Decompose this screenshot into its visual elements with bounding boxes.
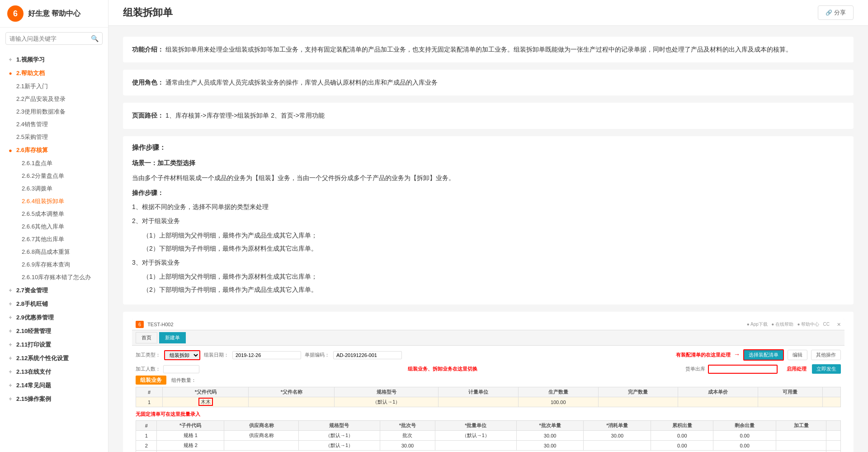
sidebar-item-sales[interactable]: 2.4销售管理 — [0, 118, 108, 131]
annotation2-row: 加工人数： 组装业务、拆卸业务在这里切换 货单出库 — [136, 364, 841, 374]
screen-tab-home[interactable]: 首页 — [136, 332, 157, 343]
sidebar-item-help-docs[interactable]: ● 2.帮助文档 — [0, 67, 108, 80]
expand-icon: + — [7, 57, 14, 63]
sidebar-item-payment[interactable]: + 2.13在线支付 — [0, 365, 108, 379]
sidebar-item-faq[interactable]: + 2.14常见问题 — [0, 379, 108, 392]
child-table-body: 1 规格 1 供应商名称 （默认→1） 批次 （默认→1） 30.00 30.0… — [136, 431, 841, 452]
sidebar-item-inventory[interactable]: ● 2.6库存核算 — [0, 143, 108, 157]
sidebar-item-coupon[interactable]: + 2.9优惠券管理 — [0, 311, 108, 324]
col-child-actions — [826, 421, 841, 431]
sidebar-item-partial-check[interactable]: 2.6.2分量盘点单 — [0, 170, 108, 182]
sidebar-item-print[interactable]: + 2.11打印设置 — [0, 338, 108, 352]
cell-batch-unit-2 — [435, 441, 516, 451]
cell-supplier-2 — [224, 441, 299, 451]
cell-batch-unit-1: （默认→1） — [435, 431, 516, 441]
cell-complete-qty — [598, 397, 678, 407]
col-batch-no: *批次号 — [380, 421, 435, 431]
ops-steps-label: 操作步骤： — [132, 189, 164, 196]
sidebar-item-cost-recalc[interactable]: 2.6.8商品成本重算 — [0, 246, 108, 258]
count-label: 组件数量： — [171, 377, 196, 383]
search-input[interactable] — [9, 35, 91, 42]
screen-titlebar: 6 TEST-H002 ● App下载 ● 在线帮助 ● 帮助中心 CC ✕ — [132, 319, 844, 330]
col-prod-qty: 生产数量 — [518, 387, 598, 397]
screen-type-select[interactable]: 组装拆卸 — [164, 350, 200, 360]
cell-cum-out-2: 0.00 — [651, 441, 713, 451]
screen-edit-btn[interactable]: 编辑 — [788, 350, 807, 360]
screen-code-label: 单据编码： — [305, 352, 330, 358]
select-bom-button[interactable]: 选择装配清单 — [743, 349, 784, 361]
expand-finance-icon: + — [7, 287, 14, 294]
sidebar-item-inventory-check[interactable]: 2.6.1盘点单 — [0, 157, 108, 170]
sidebar-item-mobile[interactable]: + 2.8手机旺铺 — [0, 297, 108, 311]
warehouse-wrapper: 货单出库 — [685, 365, 778, 374]
intro-label: 功能介绍： — [132, 46, 164, 53]
sidebar-item-stock-error[interactable]: 2.6.10库存账本错了怎么办 — [0, 271, 108, 284]
screen-warehouse-input[interactable] — [708, 365, 778, 374]
screen-save-btn[interactable]: 其他操作 — [811, 350, 841, 360]
sidebar-item-ops-mgmt[interactable]: + 2.10经营管理 — [0, 324, 108, 338]
cell-consume-qty-2 — [584, 441, 651, 451]
sidebar-item-stock-book[interactable]: 2.6.9库存账本查询 — [0, 258, 108, 271]
screen-type-label: 加工类型： — [136, 352, 160, 358]
col-idx: # — [136, 421, 157, 431]
parent-table-header: # *父件代码 *父件名称 规格型号 计量单位 生产数量 完产数量 成本单价 可… — [136, 387, 841, 397]
cell-child-actions-2 — [826, 441, 841, 451]
sidebar-item-beginner[interactable]: 2.1新手入门 — [0, 80, 108, 93]
cell-batch-qty-1: 30.00 — [516, 431, 584, 441]
share-icon: 🔗 — [826, 10, 832, 16]
role-block: 使用角色： 通常由生产人员或库管人员完成拆装业务的操作，库管人员确认原材料的出库… — [123, 70, 854, 95]
expand-coupon-icon: + — [7, 314, 14, 321]
sidebar-item-data-prep[interactable]: 2.3使用前数据准备 — [0, 105, 108, 118]
screen-tab-new[interactable]: 新建单 — [159, 332, 186, 343]
cell-batch-no-2: 30.00 — [380, 441, 435, 451]
sidebar-item-other-inbound[interactable]: 2.6.6其他入库单 — [0, 220, 108, 233]
cell-process-qty-1 — [776, 431, 826, 441]
annotation3-label: 启用处理 — [787, 366, 807, 371]
cell-child-spec-2: （默认→1） — [299, 441, 380, 451]
screen-title: TEST-H002 — [147, 322, 173, 327]
cell-remain-out-2: 0.00 — [713, 441, 776, 451]
screen-code-input[interactable] — [333, 351, 402, 359]
sidebar-item-other-outbound[interactable]: 2.6.7其他出库单 — [0, 233, 108, 246]
col-unit: 计量单位 — [439, 387, 519, 397]
cell-batch-qty-2: 30.00 — [516, 441, 584, 451]
col-process-qty: 加工量 — [776, 421, 826, 431]
sidebar: 6 好生意 帮助中心 🔍 + 1.视频学习 ● 2.帮助文档 2.1新手入门 2… — [0, 0, 108, 452]
annotation4-wrapper: 无固定清单可在这里批量录入 — [136, 411, 841, 418]
sidebar-item-video[interactable]: + 1.视频学习 — [0, 53, 108, 67]
cell-unit — [439, 397, 519, 407]
table-row: 1 规格 1 供应商名称 （默认→1） 批次 （默认→1） 30.00 30.0… — [136, 431, 841, 441]
screen-people-input[interactable] — [163, 365, 199, 373]
cell-row-num: 1 — [136, 397, 163, 407]
col-child-code: *子件代码 — [157, 421, 224, 431]
step3-sub1: （1）上部明细为父件明细，最终作为原材料生成其它出库单； — [143, 271, 844, 282]
step2-sub2: （2）下部明细为子件明细，最终作为原材料生成其它出库单。 — [143, 243, 844, 254]
screen-navbar: 首页 新建单 — [132, 330, 844, 346]
share-button[interactable]: 🔗 分享 — [818, 5, 854, 20]
page-title: 组装拆卸单 — [123, 6, 173, 19]
screen-confirm-btn[interactable]: 立即发生 — [812, 364, 841, 374]
child-table: # *子件代码 供应商名称 规格型号 *批次号 *批量单位 *批次单量 *消耗单… — [136, 420, 841, 452]
cell-cum-out-1: 0.00 — [651, 431, 713, 441]
sidebar-item-cost-adjust[interactable]: 2.6.5成本调整单 — [0, 208, 108, 220]
search-icon[interactable]: 🔍 — [91, 35, 99, 42]
sidebar-item-transfer[interactable]: 2.6.3调拨单 — [0, 182, 108, 195]
screen-date-input[interactable] — [232, 351, 301, 359]
cell-batch-no-1: 批次 — [380, 431, 435, 441]
screen-apps: ● App下载 ● 在线帮助 ● 帮助中心 CC — [747, 321, 830, 328]
screen-close-icon[interactable]: ✕ — [837, 322, 841, 328]
cell-parent-name — [249, 397, 335, 407]
cell-prod-qty: 100.00 — [518, 397, 598, 407]
cell-idx-1: 1 — [136, 431, 157, 441]
search-box[interactable]: 🔍 — [5, 32, 103, 45]
sidebar-item-assembly[interactable]: 2.6.4组装拆卸单 — [0, 195, 108, 208]
sidebar-item-purchase[interactable]: 2.5采购管理 — [0, 131, 108, 143]
sidebar-item-finance[interactable]: + 2.7资金管理 — [0, 284, 108, 297]
sidebar-item-system[interactable]: + 2.12系统个性化设置 — [0, 352, 108, 365]
intro-text: 组装拆卸单用来处理企业组装或拆卸等加工业务，支持有固定装配清单的产品加工业务，也… — [165, 46, 792, 53]
col-actions — [822, 387, 840, 397]
annotation1-label: 有装配清单的在这里处理 — [676, 352, 731, 357]
nav-tree: + 1.视频学习 ● 2.帮助文档 2.1新手入门 2.2产品安装及登录 2.3… — [0, 49, 108, 452]
sidebar-item-cases[interactable]: + 2.15操作案例 — [0, 392, 108, 406]
sidebar-item-install[interactable]: 2.2产品安装及登录 — [0, 93, 108, 105]
